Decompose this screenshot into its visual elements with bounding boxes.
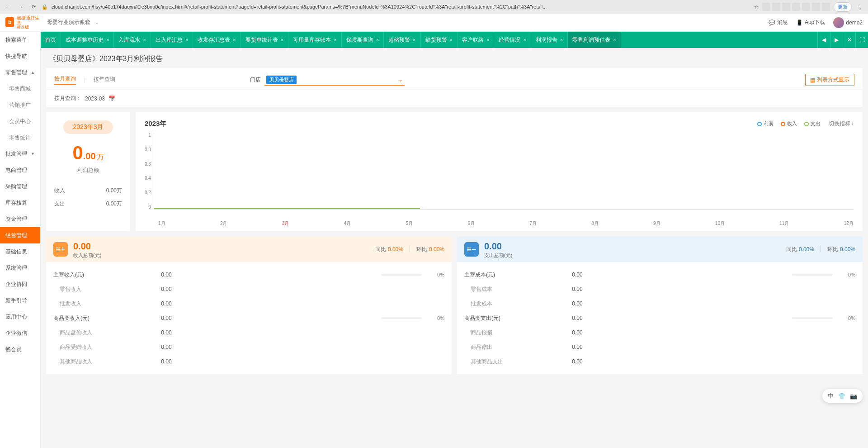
switch-indicator-button[interactable]: 切换指标 › [829, 120, 854, 128]
data-row: 零售成本0.00 [464, 282, 855, 296]
scroll-right-icon[interactable]: ▶ [830, 32, 843, 48]
filter-tab-year[interactable]: 按年查询 [94, 76, 115, 84]
ext-icon[interactable] [762, 3, 770, 11]
close-icon[interactable]: × [334, 37, 336, 43]
tab[interactable]: 要货单统计表× [241, 32, 288, 48]
tab[interactable]: 经营情况× [494, 32, 531, 48]
sidebar-item[interactable]: 企业协同 [0, 276, 40, 292]
sidebar-item[interactable]: 新手引导 [0, 292, 40, 309]
url-text[interactable]: cloud.chanjet.com/hsy/u40o174daqxn/l0le3… [52, 4, 750, 10]
chart-area: 10.80.60.40.20 [145, 133, 854, 219]
close-icon[interactable]: × [613, 37, 616, 43]
tab[interactable]: 入库流水× [114, 32, 151, 48]
sidebar-item[interactable]: 基础信息 [0, 243, 40, 260]
sidebar-item[interactable]: 系统管理 [0, 260, 40, 276]
close-icon[interactable]: × [106, 37, 109, 43]
store-label: 门店 [250, 76, 261, 84]
close-icon[interactable]: × [450, 37, 453, 43]
lang-indicator[interactable]: 中 [828, 392, 834, 400]
user-menu[interactable]: demo2 [833, 17, 863, 28]
ext-icon[interactable] [772, 3, 780, 11]
filter-tab-month[interactable]: 按月查询 [54, 75, 76, 85]
sidebar-item[interactable]: 畅会员 [0, 341, 40, 357]
tab[interactable]: 零售利润预估表× [568, 32, 621, 48]
close-icon[interactable]: × [376, 37, 379, 43]
account-name: 母婴行业演示账套 [47, 19, 90, 26]
close-icon[interactable]: × [233, 37, 236, 43]
summary-row: 收入0.00万 [52, 184, 124, 197]
forward-icon[interactable]: → [16, 2, 25, 11]
tab[interactable]: 首页 [41, 32, 61, 48]
sidebar-item[interactable]: 会员中心 [0, 113, 40, 129]
sidebar-item[interactable]: 经营管理 [0, 227, 40, 243]
ext-icon[interactable] [782, 3, 790, 11]
close-icon[interactable]: × [486, 37, 489, 43]
close-icon[interactable]: × [143, 37, 146, 43]
close-icon[interactable]: × [523, 37, 526, 43]
sidebar-item[interactable]: 库存核算 [0, 195, 40, 211]
tab[interactable]: 客户联络× [458, 32, 494, 48]
ext-icon[interactable] [812, 3, 820, 11]
data-row: 其他商品收入0.00 [53, 354, 444, 369]
store-dropdown[interactable]: 贝贝母婴店 ⌄ [264, 75, 405, 86]
logo[interactable]: b 畅捷通好生意 标准版 [5, 15, 41, 30]
sidebar-item[interactable]: 企业微信 [0, 325, 40, 341]
shirt-icon[interactable]: 👕 [838, 393, 845, 400]
messages-button[interactable]: 💬 消息 [769, 19, 788, 26]
close-tab-icon[interactable]: ✕ [843, 32, 855, 48]
ext-icon[interactable] [792, 3, 800, 11]
sidebar-item[interactable]: 零售商城 [0, 81, 40, 97]
close-icon[interactable]: × [281, 37, 283, 43]
tab[interactable]: 保质期查询× [342, 32, 384, 48]
chart-title: 2023年 [145, 119, 166, 128]
sidebar-item[interactable]: 资金管理 [0, 211, 40, 227]
tab[interactable]: 缺货预警× [421, 32, 458, 48]
update-button[interactable]: 更新 [834, 2, 852, 12]
tab[interactable]: 可用量库存账本× [288, 32, 341, 48]
calendar-icon[interactable]: 📅 [108, 95, 115, 102]
sidebar-item[interactable]: 零售统计 [0, 129, 40, 146]
tab[interactable]: 出入库汇总× [151, 32, 193, 48]
chevron-down-icon: ⌄ [95, 20, 99, 25]
sidebar-item[interactable]: 搜索菜单 [0, 32, 40, 48]
tab[interactable]: 超储预警× [384, 32, 420, 48]
tab[interactable]: 成本调整单历史× [61, 32, 114, 48]
expense-panel: ≡− 0.00 支出总额(元) 同比0.00% 环比0.00% 主营成本(元)0… [457, 237, 863, 374]
app-download-button[interactable]: 📱 App下载 [796, 19, 825, 26]
ext-icon[interactable] [802, 3, 810, 11]
sidebar-item[interactable]: 电商管理 [0, 162, 40, 178]
legend-item[interactable]: 利润 [757, 120, 774, 127]
close-icon[interactable]: × [185, 37, 188, 43]
caret-icon: ▲ [31, 70, 35, 75]
tab[interactable]: 收发存汇总表× [193, 32, 241, 48]
page-title: 《贝贝母婴店》2023年3月利润报告 [41, 48, 868, 68]
star-icon[interactable]: ☆ [754, 4, 759, 10]
tabs-controls: ◀ ▶ ✕ ⛶ [817, 32, 868, 48]
account-selector[interactable]: 母婴行业演示账套 ⌄ [47, 19, 99, 26]
sidebar-item[interactable]: 批发管理▼ [0, 146, 40, 162]
list-mode-button[interactable]: ▤ 列表方式显示 [805, 74, 854, 86]
legend-item[interactable]: 收入 [781, 120, 797, 127]
ext-icon[interactable] [822, 3, 830, 11]
sidebar-item[interactable]: 营销推广 [0, 97, 40, 113]
menu-icon[interactable]: ⋮ [855, 2, 864, 11]
sidebar-item[interactable]: 零售管理▲ [0, 64, 40, 81]
reload-icon[interactable]: ⟳ [29, 2, 38, 11]
data-row: 主营成本(元)0.000% [464, 267, 855, 282]
legend-item[interactable]: 支出 [804, 120, 821, 127]
sidebar-item[interactable]: 采购管理 [0, 178, 40, 195]
chart-legend: 利润收入支出 [757, 120, 821, 127]
back-icon[interactable]: ← [4, 2, 13, 11]
camera-icon[interactable]: 📷 [850, 393, 857, 400]
close-icon[interactable]: × [560, 37, 563, 43]
scroll-left-icon[interactable]: ◀ [817, 32, 830, 48]
sidebar-item[interactable]: 快捷导航 [0, 48, 40, 64]
sidebar-item[interactable]: 应用中心 [0, 309, 40, 325]
tab[interactable]: 利润报告× [531, 32, 568, 48]
data-row: 商品盘盈收入0.00 [53, 325, 444, 340]
fullscreen-icon[interactable]: ⛶ [855, 32, 868, 48]
month-query-value[interactable]: 2023-03 [85, 95, 105, 102]
close-icon[interactable]: × [413, 37, 415, 43]
profit-total-value: 0 .00 万 [72, 142, 104, 164]
float-widget[interactable]: 中 👕 📷 [822, 389, 863, 403]
